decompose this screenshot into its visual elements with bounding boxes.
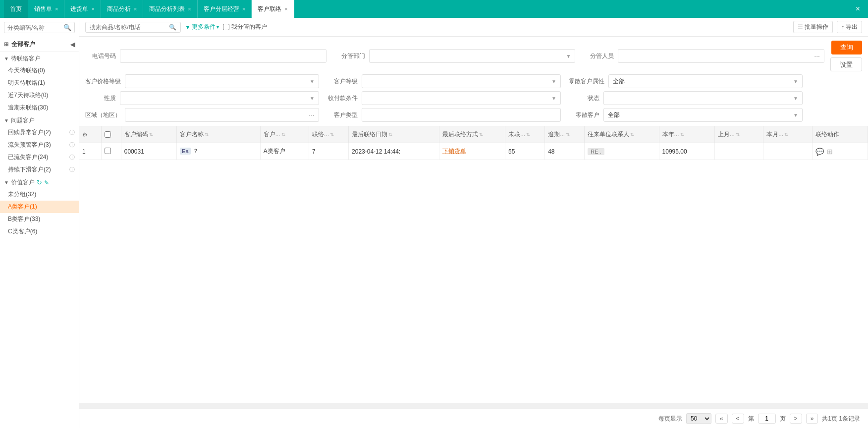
first-page-btn[interactable]: «: [715, 414, 728, 424]
problem-customers-group[interactable]: ▼ 问题客户: [0, 114, 79, 126]
page-number-input[interactable]: [758, 414, 776, 424]
filter-retail-select[interactable]: 全部 ▼: [603, 108, 803, 122]
nav-tab-customer-segment-label: 客户分层经营: [204, 5, 239, 13]
this-year-sort-icon[interactable]: ⇅: [680, 132, 684, 137]
nav-tab-purchase-close[interactable]: ×: [91, 6, 94, 12]
declining-label: 持续下滑客户(2): [8, 165, 51, 174]
my-customer-filter[interactable]: 我分管的客户: [223, 23, 267, 31]
person-dots-icon[interactable]: ···: [814, 52, 820, 60]
sidebar-item-overdue[interactable]: 逾期未联络(30): [0, 102, 79, 114]
value-refresh-icon[interactable]: ↻: [37, 179, 42, 186]
sidebar-item-c-class[interactable]: C类客户(6): [0, 225, 79, 238]
sidebar-search-input[interactable]: [7, 24, 63, 31]
sidebar-item-churned[interactable]: 已流失客户(24) ⓘ: [0, 151, 79, 163]
filter-customer-level-select[interactable]: ▼: [362, 74, 561, 88]
filter-price-level-select[interactable]: ▼: [125, 74, 319, 88]
sidebar-collapse-btn[interactable]: ◀: [70, 41, 75, 48]
sidebar-item-churn-warning[interactable]: 流失预警客户(3) ⓘ: [0, 139, 79, 151]
nav-tab-goods-analysis-label: 商品分析: [107, 5, 131, 13]
sidebar-search-box[interactable]: 🔍: [4, 22, 75, 33]
qr-icon[interactable]: ⊞: [827, 148, 833, 156]
th-last-month-label: 上月...: [718, 130, 735, 139]
filter-customer-type-input[interactable]: [362, 108, 561, 122]
per-page-select[interactable]: 50 100 200: [686, 413, 711, 424]
sidebar-item-today[interactable]: 今天待联络(0): [0, 64, 79, 77]
type-sort-icon[interactable]: ⇅: [281, 132, 285, 137]
company-contact-sort-icon[interactable]: ⇅: [630, 132, 634, 137]
not-contacted-sort-icon[interactable]: ⇅: [526, 132, 530, 137]
next-page-btn[interactable]: >: [790, 414, 802, 424]
batch-ops-btn[interactable]: ☰ 批量操作: [793, 21, 833, 33]
select-all-checkbox[interactable]: [105, 131, 111, 138]
sidebar-item-a-class[interactable]: A类客户(1): [0, 201, 79, 213]
filter-price-level: 客户价格等级 ▼: [85, 74, 319, 88]
region-dots-icon[interactable]: ···: [309, 111, 315, 119]
name-sort-icon[interactable]: ⇅: [205, 132, 209, 137]
filter-person-select[interactable]: ···: [618, 49, 824, 63]
sidebar-item-ungrouped[interactable]: 未分组(32): [0, 188, 79, 201]
export-btn[interactable]: ↑ 导出: [837, 21, 862, 33]
setting-btn[interactable]: 设置: [830, 57, 862, 71]
nav-tab-purchase[interactable]: 进货单 ×: [64, 0, 101, 18]
row-checkbox[interactable]: [105, 148, 111, 154]
info-icon-churned: ⓘ: [69, 154, 75, 161]
filter-status-select[interactable]: ▼: [603, 91, 803, 105]
nav-tab-goods-list[interactable]: 商品分析列表 ×: [143, 0, 197, 18]
batch-icon: ☰: [798, 24, 803, 31]
th-settings[interactable]: ⚙: [79, 126, 102, 143]
chat-icon[interactable]: 💬: [815, 148, 824, 156]
nav-tab-goods-list-close[interactable]: ×: [188, 6, 191, 12]
customer-level-caret-icon: ▼: [551, 79, 556, 84]
value-edit-icon[interactable]: ✎: [44, 179, 49, 186]
funnel-icon: ▼: [185, 24, 191, 31]
prev-page-btn[interactable]: <: [732, 414, 744, 424]
nav-tab-customer-segment-close[interactable]: ×: [242, 6, 245, 12]
filter-nature-label: 性质: [85, 94, 120, 103]
sidebar-item-b-class[interactable]: B类客户(33): [0, 213, 79, 225]
filter-dept-select[interactable]: ▼: [369, 49, 576, 63]
nav-tab-sales[interactable]: 销售单 ×: [28, 0, 64, 18]
nav-tab-customer-contact-close[interactable]: ×: [284, 6, 287, 12]
last-page-btn[interactable]: »: [806, 414, 818, 424]
nav-tab-customer-segment[interactable]: 客户分层经营 ×: [198, 0, 252, 18]
more-filters-btn[interactable]: ▼ 更多条件 ▾: [185, 23, 219, 31]
main-search-input[interactable]: [90, 24, 169, 31]
pending-contact-group[interactable]: ▼ 待联络客户: [0, 52, 79, 64]
nav-tab-goods-analysis[interactable]: 商品分析 ×: [101, 0, 143, 18]
nav-tab-goods-analysis-close[interactable]: ×: [134, 6, 137, 12]
nav-tab-customer-contact[interactable]: 客户联络 ×: [252, 0, 294, 18]
filter-phone-input[interactable]: [120, 49, 326, 63]
last-date-sort-icon[interactable]: ⇅: [388, 132, 392, 137]
this-month-sort-icon[interactable]: ⇅: [784, 132, 788, 137]
my-customer-checkbox[interactable]: [223, 24, 229, 30]
last-method-sort-icon[interactable]: ⇅: [479, 132, 483, 137]
status-caret-icon: ▼: [793, 96, 798, 101]
filter-retail-attr-select[interactable]: 全部 ▼: [608, 74, 803, 88]
table-row: 1 000031 Ea？ A类客户 7 2023-04-12 14:44: 下销…: [79, 143, 868, 160]
close-all-tabs[interactable]: ×: [852, 4, 864, 13]
cell-checkbox[interactable]: [102, 143, 121, 160]
th-checkbox[interactable]: [102, 126, 121, 143]
filter-region-select[interactable]: ···: [125, 108, 319, 122]
nav-tab-home[interactable]: 首页: [4, 0, 28, 18]
overdue-sort-icon[interactable]: ⇅: [566, 132, 570, 137]
contact-count-sort-icon[interactable]: ⇅: [330, 132, 334, 137]
filter-nature-select[interactable]: ▼: [120, 91, 319, 105]
last-contact-method-link[interactable]: 下销货单: [442, 148, 466, 155]
sidebar-item-tomorrow[interactable]: 明天待联络(1): [0, 77, 79, 89]
sidebar-item-7days[interactable]: 近7天待联络(0): [0, 89, 79, 102]
nav-tab-sales-close[interactable]: ×: [55, 6, 58, 12]
cell-last-method[interactable]: 下销货单: [439, 143, 505, 160]
last-month-sort-icon[interactable]: ⇅: [736, 132, 740, 137]
filter-payment-select[interactable]: ▼: [362, 91, 561, 105]
ungrouped-label: 未分组(32): [8, 190, 36, 199]
value-customers-group[interactable]: ▼ 价值客户 ↻ ✎: [0, 176, 79, 188]
batch-ops-label: 批量操作: [805, 23, 828, 31]
code-sort-icon[interactable]: ⇅: [149, 132, 153, 137]
query-btn[interactable]: 查询: [831, 41, 862, 54]
sidebar-item-repurchase-abnormal[interactable]: 回购异常客户(2) ⓘ: [0, 126, 79, 139]
sidebar-item-declining[interactable]: 持续下滑客户(2) ⓘ: [0, 163, 79, 176]
horizontal-scrollbar[interactable]: [79, 403, 868, 409]
top-nav: 首页 销售单 × 进货单 × 商品分析 × 商品分析列表 × 客户分层经营 × …: [0, 0, 868, 18]
main-search-box[interactable]: 🔍: [85, 22, 181, 33]
